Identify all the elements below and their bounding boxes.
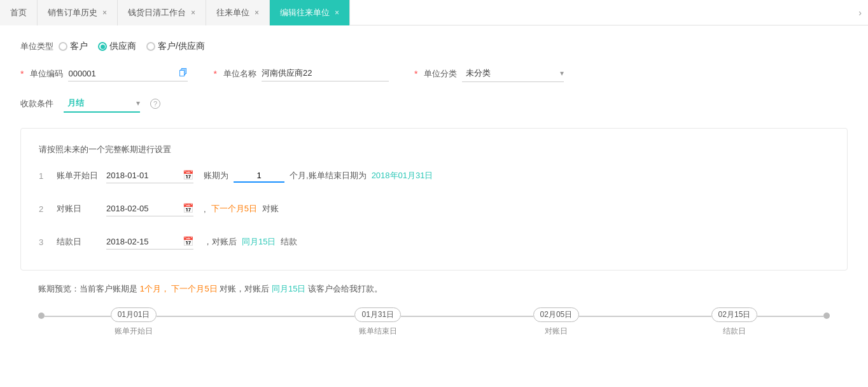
unit-code-required: *: [20, 69, 24, 79]
timeline-node-4: 02月15日 结款日: [711, 307, 758, 337]
payment-terms-label: 收款条件: [20, 98, 53, 109]
preview-text: 账期预览：当前客户账期是 1个月， 下一个月5日 对账，对账后 同月15日 该客…: [38, 283, 830, 295]
period-label-2: 对账日: [57, 203, 101, 215]
payment-terms-help[interactable]: ?: [150, 99, 160, 109]
period-desc-3a: ，对账后: [204, 236, 237, 248]
timeline-label-1: 账单开始日: [115, 326, 153, 337]
radio-supplier-circle: [98, 42, 107, 51]
start-date-calendar[interactable]: 📅: [183, 170, 193, 180]
timeline: 01月01日 账单开始日 01月31日 账单结束日 02月05日 对账日 02月…: [38, 305, 830, 339]
timeline-node-3: 02月05日 对账日: [533, 307, 580, 337]
payment-highlight: 同月15日: [242, 236, 276, 248]
unit-type-label: 单位类型: [20, 41, 53, 52]
timeline-node-2: 01月31日 账单结束日: [354, 307, 401, 337]
timeline-badge-3: 02月05日: [533, 307, 580, 322]
period-desc-1a: 账期为: [204, 170, 228, 181]
unit-name-label: 单位名称: [223, 68, 256, 80]
radio-customer[interactable]: 客户: [59, 41, 88, 52]
unit-category-required: *: [414, 69, 417, 79]
preview-payment: 同月15日: [272, 284, 305, 293]
period-end-date: 2018年01月31日: [372, 170, 433, 181]
tab-cashflow[interactable]: 钱货日清工作台 ×: [118, 0, 206, 25]
period-num-1: 1: [39, 171, 52, 181]
start-date-field: 📅: [106, 168, 193, 183]
period-row-3: 3 结款日 📅 ，对账后 同月15日 结款: [39, 234, 829, 250]
unit-type-radios: 客户 供应商 客户/供应商: [59, 41, 205, 52]
timeline-line-3: [401, 316, 533, 317]
tabs-bar: 首页 销售订单历史 × 钱货日清工作台 × 往来单位 × 编辑往来单位 × ›: [0, 0, 868, 25]
payment-terms-chevron: ▾: [136, 99, 140, 108]
payment-date-input[interactable]: [106, 234, 183, 248]
tab-close-partner[interactable]: ×: [255, 8, 259, 17]
unit-type-row: 单位类型 客户 供应商 客户/供应商: [20, 41, 848, 52]
timeline-badge-1: 01月01日: [111, 307, 157, 322]
unit-name-group: * 单位名称: [213, 66, 388, 81]
preview-reconcile: 下一个月5日: [171, 284, 217, 293]
unit-info-row: * 单位编码 🗍 * 单位名称 * 单位分类 未分类 ▾: [20, 65, 848, 82]
period-desc-2b: 对账: [262, 203, 279, 215]
unit-category-select[interactable]: 未分类 ▾: [462, 65, 564, 82]
card-instruction: 请按照未来的一个完整帐期进行设置: [39, 144, 829, 155]
radio-both[interactable]: 客户/供应商: [146, 41, 205, 52]
timeline-start-dot: [38, 313, 45, 319]
period-row-1: 1 账单开始日 📅 账期为 个月,账单结束日期为 2018年01月31日: [39, 168, 829, 183]
tab-partner[interactable]: 往来单位 ×: [206, 0, 270, 25]
timeline-line-4: [579, 316, 711, 317]
unit-type-group: 单位类型 客户 供应商 客户/供应商: [20, 41, 205, 52]
settings-card: 请按照未来的一个完整帐期进行设置 1 账单开始日 📅 账期为 个月,账单结束日期…: [20, 128, 848, 271]
timeline-end: [823, 313, 830, 319]
tab-sales-history[interactable]: 销售订单历史 ×: [38, 0, 118, 25]
period-row-2: 2 对账日 📅 , 下一个月5日 对账: [39, 201, 829, 216]
unit-name-field: [262, 66, 389, 81]
period-num-2: 2: [39, 204, 52, 214]
unit-category-chevron: ▾: [560, 69, 564, 78]
reconcile-date-calendar[interactable]: 📅: [183, 203, 193, 213]
main-content: 单位类型 客户 供应商 客户/供应商 * 单位编码: [0, 25, 868, 387]
timeline-badge-2: 01月31日: [354, 307, 401, 322]
unit-code-input[interactable]: [68, 66, 179, 80]
radio-both-circle: [146, 42, 155, 51]
timeline-line-1: [45, 316, 111, 317]
payment-terms-row: 收款条件 月结 ▾ ?: [20, 95, 848, 113]
period-label-1: 账单开始日: [57, 170, 101, 181]
tab-close-edit-partner[interactable]: ×: [335, 8, 339, 17]
timeline-start: [38, 313, 45, 319]
radio-customer-circle: [59, 42, 67, 51]
unit-name-required: *: [213, 69, 216, 79]
reconcile-date-field: 📅: [106, 201, 193, 216]
preview-period: 1个月，: [140, 284, 169, 293]
timeline-line-2: [157, 316, 354, 317]
unit-code-label: 单位编码: [30, 68, 63, 80]
period-desc-3b: 结款: [281, 236, 297, 248]
period-months-input[interactable]: [234, 169, 284, 183]
unit-code-group: * 单位编码 🗍: [20, 66, 188, 81]
period-label-3: 结款日: [57, 236, 101, 248]
unit-category-group: * 单位分类 未分类 ▾: [414, 65, 564, 82]
timeline-label-4: 结款日: [723, 326, 746, 337]
tab-scroll-arrow[interactable]: ›: [852, 0, 868, 25]
tab-home[interactable]: 首页: [0, 0, 38, 25]
timeline-line-5: [757, 316, 823, 317]
reconcile-date-input[interactable]: [106, 201, 183, 215]
timeline-end-dot: [823, 313, 830, 319]
reconcile-highlight: 下一个月5日: [211, 203, 257, 215]
payment-date-field: 📅: [106, 234, 193, 250]
timeline-node-1: 01月01日 账单开始日: [111, 307, 157, 337]
payment-terms-select[interactable]: 月结 ▾: [64, 95, 140, 113]
unit-name-input[interactable]: [262, 66, 376, 80]
timeline-badge-4: 02月15日: [711, 307, 758, 322]
tab-close-cashflow[interactable]: ×: [191, 8, 195, 17]
tab-edit-partner[interactable]: 编辑往来单位 ×: [270, 0, 350, 25]
payment-date-calendar[interactable]: 📅: [183, 236, 193, 246]
unit-category-label: 单位分类: [424, 68, 457, 80]
unit-code-field: 🗍: [68, 66, 188, 81]
radio-supplier[interactable]: 供应商: [98, 41, 136, 52]
preview-section: 账期预览：当前客户账期是 1个月， 下一个月5日 对账，对账后 同月15日 该客…: [20, 283, 848, 339]
period-num-3: 3: [39, 237, 52, 247]
unit-code-icon[interactable]: 🗍: [179, 67, 188, 78]
timeline-label-3: 对账日: [545, 326, 568, 337]
period-desc-2a: ,: [204, 204, 206, 214]
period-desc-1b: 个月,账单结束日期为: [290, 170, 367, 181]
tab-close-sales-history[interactable]: ×: [102, 8, 107, 17]
start-date-input[interactable]: [106, 168, 183, 181]
